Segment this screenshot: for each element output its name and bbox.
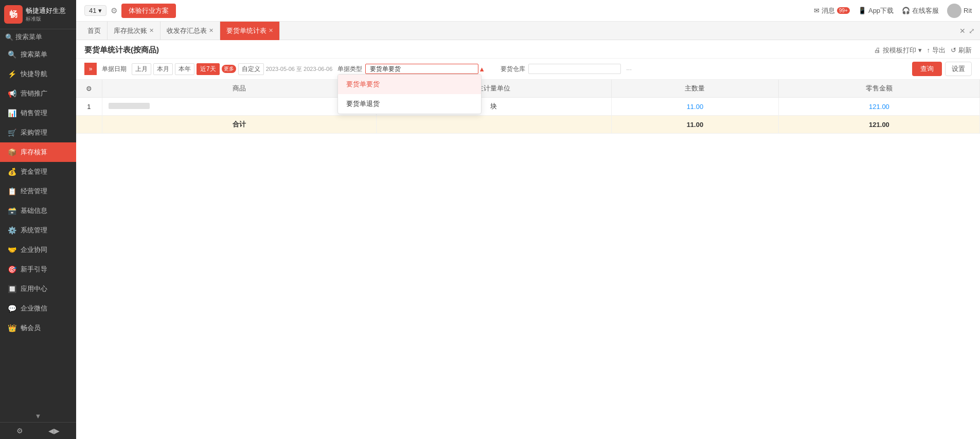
service-icon: 🎧 — [902, 7, 910, 14]
shortcut-icon: ⚡ — [7, 70, 16, 78]
export-button[interactable]: ↑ 导出 — [927, 46, 946, 55]
tab-首页[interactable]: 首页 — [81, 22, 108, 40]
row-quantity[interactable]: 11.00 — [611, 98, 778, 116]
sidebar-item-guide[interactable]: 🎯新手引导 — [0, 260, 76, 279]
sidebar-item-marketing[interactable]: 📢营销推广 — [0, 84, 76, 103]
tab-要货单统计表[interactable]: 要货单统计表✕ — [220, 22, 280, 40]
type-dropdown-icon[interactable]: ▲ — [478, 65, 485, 73]
topbar-gear-icon[interactable]: ⚙ — [111, 6, 117, 15]
row-amount[interactable]: 121.00 — [778, 98, 979, 116]
export-icon: ↑ — [927, 46, 931, 54]
warehouse-input[interactable] — [528, 64, 621, 74]
sidebar: 畅 畅捷通好生意 标准版 🔍 搜索菜单 🔍搜索菜单⚡快捷导航📢营销推广📊销售管理… — [0, 0, 76, 439]
filter-actions: 查询 设置 — [912, 62, 972, 76]
sidebar-item-system[interactable]: ⚙️系统管理 — [0, 221, 76, 240]
app-icon: 📱 — [858, 7, 866, 14]
print-button[interactable]: 🖨 按模板打印 ▾ — [874, 46, 922, 55]
tab-expand-icon[interactable]: ⤢ — [969, 27, 975, 35]
sidebar-nav: 🔍搜索菜单⚡快捷导航📢营销推广📊销售管理🛒采购管理📦库存核算💰资金管理📋经营管理… — [0, 45, 76, 410]
tab-close-icon[interactable]: ✕ — [209, 27, 213, 34]
sidebar-item-finance[interactable]: 💰资金管理 — [0, 162, 76, 181]
sidebar-item-label: 采购管理 — [21, 128, 47, 137]
total-row: 合计 11.00 121.00 — [76, 116, 980, 134]
tab-label: 库存批次账 — [114, 26, 147, 35]
online-service-item[interactable]: 🎧 在线客服 — [902, 6, 939, 15]
tab-库存批次账[interactable]: 库存批次账✕ — [108, 22, 161, 40]
sidebar-item-search[interactable]: 🔍搜索菜单 — [0, 45, 76, 64]
tab-label: 要货单统计表 — [226, 26, 266, 35]
date-this-year[interactable]: 本年 — [175, 63, 194, 75]
sidebar-item-basic[interactable]: 🗃️基础信息 — [0, 201, 76, 221]
sidebar-item-shortcut[interactable]: ⚡快捷导航 — [0, 64, 76, 84]
vip-icon: 👑 — [7, 324, 16, 332]
operations-icon: 📋 — [7, 187, 16, 195]
type-option-order[interactable]: 要货单要货 — [338, 75, 481, 94]
sidebar-item-label: 应用中心 — [21, 284, 47, 294]
tab-close-icon[interactable]: ✕ — [269, 27, 273, 34]
topbar-left: 41 ▾ ⚙ 体验行业方案 — [84, 4, 808, 18]
page-header: 要货单统计表(按商品) 🖨 按模板打印 ▾ ↑ 导出 ↺ 刷新 — [76, 40, 980, 58]
date-last-7-days[interactable]: 近7天 — [197, 63, 220, 75]
refresh-icon: ↺ — [951, 46, 956, 54]
sidebar-item-sales[interactable]: 📊销售管理 — [0, 103, 76, 123]
filter-settings-button[interactable]: 设置 — [945, 62, 972, 76]
date-prev-month[interactable]: 上月 — [132, 63, 151, 75]
refresh-button[interactable]: ↺ 刷新 — [951, 46, 972, 55]
tab-close-all-icon[interactable]: ✕ — [959, 27, 966, 35]
warehouse-more-icon[interactable]: ··· — [626, 65, 632, 73]
sidebar-item-wechat[interactable]: 💬企业微信 — [0, 299, 76, 318]
app-download-item[interactable]: 📱 App下载 — [858, 6, 894, 15]
col-quantity: 主数量 — [611, 80, 778, 98]
sidebar-item-label: 资金管理 — [21, 167, 47, 176]
table-header-row: ⚙ 商品 主计量单位 主数量 零售金额 — [76, 80, 980, 98]
col-settings[interactable]: ⚙ — [76, 80, 102, 98]
tab-close-icon[interactable]: ✕ — [149, 27, 154, 34]
sidebar-search[interactable]: 🔍 搜索菜单 — [0, 29, 76, 45]
table-wrapper: ⚙ 商品 主计量单位 主数量 零售金额 1 块 11.00 121.00 — [76, 80, 980, 439]
row-no: 1 — [76, 98, 102, 116]
warehouse-filter-group: 要货仓库 ··· — [501, 64, 632, 74]
sidebar-scroll-down[interactable]: ▼ — [0, 410, 76, 422]
filter-expand-button[interactable]: » — [84, 63, 97, 75]
print-dropdown-icon[interactable]: ▾ — [918, 46, 922, 54]
sidebar-item-enterprise[interactable]: 🤝企业协同 — [0, 240, 76, 260]
filter-bar: » 单据日期 上月 本月 本年 近7天 更多 自定义 2023-05-06 至 … — [76, 58, 980, 80]
message-item[interactable]: ✉ 消息 99+ — [814, 6, 850, 15]
page-title: 要货单统计表(按商品) — [84, 45, 159, 55]
sidebar-item-appstore[interactable]: 🔲应用中心 — [0, 279, 76, 299]
settings-icon[interactable]: ⚙ — [16, 427, 23, 435]
tab-收发存汇总表[interactable]: 收发存汇总表✕ — [161, 22, 220, 40]
trial-button[interactable]: 体验行业方案 — [121, 4, 176, 18]
page-actions: 🖨 按模板打印 ▾ ↑ 导出 ↺ 刷新 — [874, 46, 972, 55]
tab-count-dropdown-icon[interactable]: ▾ — [98, 7, 102, 14]
date-this-month[interactable]: 本月 — [153, 63, 173, 75]
sidebar-item-label: 企业协同 — [21, 245, 47, 254]
content-area: 要货单统计表(按商品) 🖨 按模板打印 ▾ ↑ 导出 ↺ 刷新 » — [76, 40, 980, 439]
date-custom[interactable]: 自定义 — [238, 63, 264, 75]
user-avatar-item[interactable]: Rit — [947, 4, 972, 18]
main-table: ⚙ 商品 主计量单位 主数量 零售金额 1 块 11.00 121.00 — [76, 80, 980, 134]
system-icon: ⚙️ — [7, 226, 16, 234]
sidebar-item-inventory[interactable]: 📦库存核算 — [0, 142, 76, 162]
sidebar-item-operations[interactable]: 📋经营管理 — [0, 181, 76, 201]
type-option-return[interactable]: 要货单退货 — [338, 94, 481, 114]
type-input[interactable] — [365, 64, 478, 74]
sidebar-item-purchase[interactable]: 🛒采购管理 — [0, 123, 76, 142]
collapse-icon[interactable]: ◀▶ — [48, 427, 60, 435]
sidebar-item-label: 营销推广 — [21, 89, 47, 98]
user-name: Rit — [964, 7, 972, 14]
type-dropdown: 要货单要货 要货单退货 — [337, 74, 482, 114]
total-quantity: 11.00 — [611, 116, 778, 134]
app-logo: 畅 — [4, 5, 23, 24]
marketing-icon: 📢 — [7, 89, 16, 98]
warehouse-label: 要货仓库 — [501, 65, 525, 74]
sidebar-item-vip[interactable]: 👑畅会员 — [0, 318, 76, 338]
sidebar-item-label: 快捷导航 — [21, 69, 47, 79]
sidebar-item-label: 基础信息 — [21, 206, 47, 215]
query-button[interactable]: 查询 — [912, 62, 942, 76]
sidebar-item-label: 销售管理 — [21, 108, 47, 118]
topbar-right: ✉ 消息 99+ 📱 App下载 🎧 在线客服 Rit — [814, 4, 972, 18]
tab-count-box: 41 ▾ — [84, 5, 106, 16]
col-amount: 零售金额 — [778, 80, 979, 98]
row-product — [102, 98, 376, 116]
